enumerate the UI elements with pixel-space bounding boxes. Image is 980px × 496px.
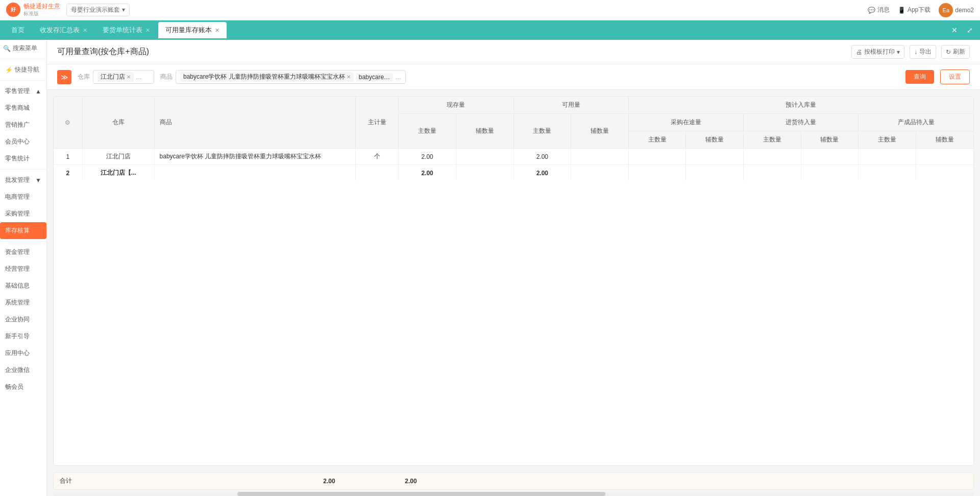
app-download-btn[interactable]: 📱 App下载 — [898, 6, 930, 14]
cell-product-1: babycare学饮杯 儿童防摔防撞吸管杯重力球吸嘴杯宝宝水杯 — [154, 149, 355, 165]
th-purchase-transit-main: 主数量 — [628, 131, 686, 149]
tab-receive-summary[interactable]: 收发存汇总表 ✕ — [33, 22, 94, 38]
sidebar-item-retail-stats[interactable]: 零售统计 — [0, 150, 46, 167]
sidebar-item-newcomer[interactable]: 新手引导 — [0, 328, 46, 345]
tab-close-available-inventory[interactable]: ✕ — [215, 27, 219, 34]
th-stock-main: 主数量 — [399, 114, 456, 149]
th-settings: ⚙ — [54, 97, 82, 149]
sidebar-item-operations[interactable]: 经营管理 — [0, 261, 46, 277]
cell-available-main-1: 2.00 — [513, 149, 571, 165]
sidebar-item-system[interactable]: 系统管理 — [0, 294, 46, 311]
th-forecast-group: 预计入库量 — [628, 97, 973, 114]
cell-stock-main-2: 2.00 — [399, 165, 456, 181]
sidebar-item-finance[interactable]: 资金管理 — [0, 244, 46, 261]
tab-order-stats[interactable]: 要货单统计表 ✕ — [95, 22, 157, 38]
settings-icon[interactable]: ⚙ — [65, 119, 70, 126]
th-purchase-pending-group: 进货待入量 — [744, 114, 859, 131]
tab-close-receive-summary[interactable]: ✕ — [83, 27, 87, 34]
cell-prod-aux-2 — [916, 165, 973, 181]
chevron-up-icon: ▲ — [35, 88, 41, 95]
chevron-down-icon: ▾ — [122, 6, 125, 13]
cell-stock-aux-1 — [456, 149, 513, 165]
table-container: ⚙ 仓库 商品 主计量 现存量 可用量 预计入库量 主数量 辅数量 主数量 辅数… — [53, 96, 974, 466]
tab-close-order-stats[interactable]: ✕ — [145, 27, 150, 34]
scroll-thumb[interactable] — [237, 492, 606, 496]
cell-stock-main-1: 2.00 — [399, 149, 456, 165]
sidebar-item-retail-mall[interactable]: 零售商城 — [0, 100, 46, 116]
th-purchase-pending-aux: 辅数量 — [801, 131, 859, 149]
tab-home[interactable]: 首页 — [4, 22, 32, 38]
sidebar-item-vip[interactable]: 畅会员 — [0, 379, 46, 395]
industry-select[interactable]: 母婴行业演示账套 ▾ — [66, 4, 130, 16]
avatar: Ea — [939, 3, 953, 17]
product-filter: 商品 babycare学饮杯 儿童防摔防撞吸管杯重力球吸嘴杯宝宝水杯 ✕ bab… — [160, 70, 406, 84]
th-unit: 主计量 — [355, 97, 398, 149]
user-menu[interactable]: Ea demo2 — [939, 3, 974, 17]
print-btn[interactable]: 🖨 按模板打印 ▾ — [851, 45, 904, 59]
table-footer: 合计 2.00 2.00 — [53, 472, 974, 490]
brand-name: 畅捷通好生意 — [23, 3, 60, 10]
sidebar-item-basics[interactable]: 基础信息 — [0, 277, 46, 294]
sidebar-item-app-center[interactable]: 应用中心 — [0, 345, 46, 362]
sidebar-section-wholesale[interactable]: 批发管理 ▼ — [0, 172, 46, 188]
cell-pt-main-2 — [628, 165, 686, 181]
tab-available-inventory[interactable]: 可用量库存账本 ✕ — [158, 22, 227, 38]
cell-product-2 — [154, 165, 355, 181]
th-production-pending-group: 产成品待入量 — [859, 114, 973, 131]
brand: 好 畅捷通好生意 标准版 — [6, 3, 60, 17]
expand-tabs-btn[interactable]: ⤢ — [964, 24, 976, 36]
footer-label: 合计 — [54, 477, 135, 485]
product-tag-1-close[interactable]: ✕ — [347, 74, 351, 80]
close-all-tabs-btn[interactable]: ✕ — [948, 24, 961, 36]
sidebar-section-retail[interactable]: 零售管理 ▲ — [0, 83, 46, 100]
cell-pt-aux-2 — [686, 165, 744, 181]
warehouse-tag-close[interactable]: ✕ — [127, 74, 131, 80]
sidebar-item-purchase[interactable]: 采购管理 — [0, 205, 46, 222]
sidebar-item-enterprise[interactable]: 企业协同 — [0, 311, 46, 328]
warehouse-tag: 江北门店 ✕ — [97, 72, 134, 82]
message-btn[interactable]: 💬 消息 — [868, 6, 890, 14]
warehouse-value-box[interactable]: 江北门店 ✕ … — [93, 70, 154, 84]
warehouse-more[interactable]: … — [136, 74, 142, 81]
tab-bar-actions: ✕ ⤢ — [948, 24, 976, 36]
refresh-btn[interactable]: ↻ 刷新 — [941, 45, 970, 59]
chevron-down-icon3: ▾ — [897, 49, 900, 56]
product-more[interactable]: … — [395, 74, 401, 81]
th-available-aux: 辅数量 — [571, 114, 629, 149]
product-value-box[interactable]: babycare学饮杯 儿童防摔防撞吸管杯重力球吸嘴杯宝宝水杯 ✕ babyca… — [176, 70, 406, 84]
sidebar-item-retail-promo[interactable]: 营销推广 — [0, 116, 46, 133]
cell-pt-main-1 — [628, 149, 686, 165]
cell-prod-main-1 — [859, 149, 916, 165]
table-row: 1 江北门店 babycare学饮杯 儿童防摔防撞吸管杯重力球吸嘴杯宝宝水杯 个… — [54, 149, 973, 165]
sidebar-item-enterprise-wechat[interactable]: 企业微信 — [0, 362, 46, 379]
sidebar: 🔍 搜索菜单 ⚡ 快捷导航 零售管理 ▲ 零售商城 营销推广 会员中心 零售统计… — [0, 40, 47, 496]
warehouse-filter: 仓库 江北门店 ✕ … — [78, 70, 154, 84]
filter-bar: ≫ 仓库 江北门店 ✕ … 商品 babycare学饮杯 儿童防摔防撞吸管杯重力… — [47, 64, 980, 90]
th-production-pending-main: 主数量 — [859, 131, 916, 149]
footer-available-main: 2.00 — [390, 478, 431, 485]
search-btn[interactable]: 查询 — [905, 70, 934, 84]
export-icon: ↓ — [914, 49, 917, 56]
app-icon: 📱 — [898, 7, 905, 14]
setting-btn[interactable]: 设置 — [940, 69, 970, 84]
sidebar-search[interactable]: 🔍 搜索菜单 — [0, 40, 46, 57]
tab-bar: 首页 收发存汇总表 ✕ 要货单统计表 ✕ 可用量库存账本 ✕ ✕ ⤢ — [0, 20, 980, 40]
cell-warehouse-1: 江北门店 — [82, 149, 154, 165]
cell-prod-main-2 — [859, 165, 916, 181]
export-btn[interactable]: ↓ 导出 — [910, 45, 936, 59]
content-area: 可用量查询(按仓库+商品) 🖨 按模板打印 ▾ ↓ 导出 ↻ 刷新 ≫ — [47, 40, 980, 496]
cell-available-aux-2 — [571, 165, 629, 181]
sidebar-item-member-center[interactable]: 会员中心 — [0, 133, 46, 150]
horizontal-scrollbar[interactable] — [53, 492, 974, 496]
th-purchase-transit-aux: 辅数量 — [686, 131, 744, 149]
filter-toggle-btn[interactable]: ≫ — [57, 70, 71, 84]
main-layout: 🔍 搜索菜单 ⚡ 快捷导航 零售管理 ▲ 零售商城 营销推广 会员中心 零售统计… — [0, 40, 980, 496]
sidebar-item-inventory[interactable]: 库存核算 — [0, 222, 46, 239]
sidebar-quick-nav[interactable]: ⚡ 快捷导航 — [0, 61, 46, 78]
sidebar-item-ecommerce[interactable]: 电商管理 — [0, 188, 46, 205]
cell-stock-aux-2 — [456, 165, 513, 181]
cell-prod-aux-1 — [916, 149, 973, 165]
cell-pp-aux-2 — [801, 165, 859, 181]
th-production-pending-aux: 辅数量 — [916, 131, 973, 149]
page-header: 可用量查询(按仓库+商品) 🖨 按模板打印 ▾ ↓ 导出 ↻ 刷新 — [47, 40, 980, 64]
